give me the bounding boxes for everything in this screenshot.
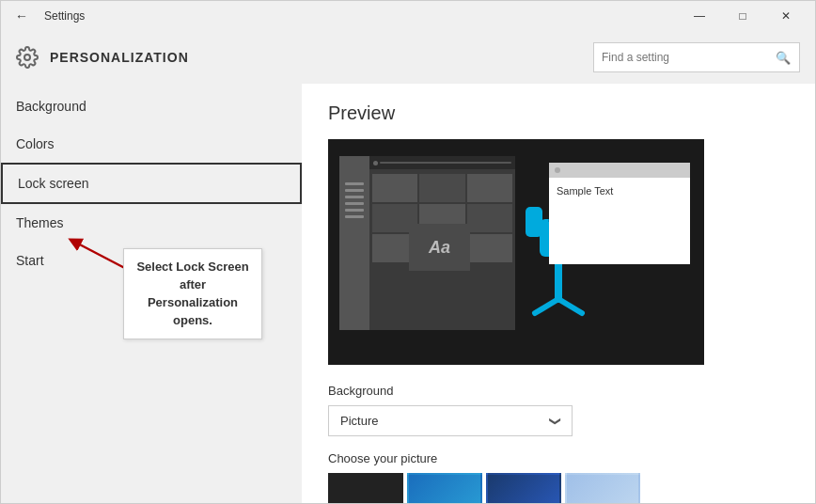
preview-white-box: Sample Text	[549, 163, 690, 264]
chevron-down-icon: ❯	[549, 417, 562, 426]
svg-line-9	[535, 299, 558, 313]
preview-dot	[373, 161, 378, 165]
search-input[interactable]	[602, 51, 776, 64]
preview-sidebar-strip	[339, 156, 369, 330]
maximize-button[interactable]: □	[721, 1, 764, 31]
settings-window: ← Settings — □ ✕ PERSONALIZATION 🔍 B	[0, 0, 816, 504]
grid-tile	[372, 174, 417, 202]
svg-line-10	[558, 299, 582, 313]
back-button[interactable]: ←	[8, 3, 35, 29]
sidebar-line	[345, 215, 364, 218]
sidebar-line	[345, 182, 364, 185]
content-area: Preview	[302, 84, 815, 503]
window-title: Settings	[44, 9, 85, 23]
preview-sample-text: Sample Text	[549, 178, 690, 204]
sidebar-item-colors[interactable]: Colors	[1, 125, 302, 163]
sidebar-item-lock-screen[interactable]: Lock screen	[1, 163, 302, 204]
preview-box: Aa	[328, 139, 704, 365]
annotation-text: Select Lock Screen after Personalization…	[136, 260, 248, 327]
header-left: PERSONALIZATION	[16, 46, 189, 69]
grid-tile	[467, 174, 512, 202]
choose-picture-label: Choose your picture	[328, 451, 789, 465]
minimize-button[interactable]: —	[678, 1, 721, 31]
sidebar-item-themes[interactable]: Themes	[1, 204, 302, 242]
picture-thumb-2[interactable]	[407, 473, 482, 503]
picture-thumb-3[interactable]	[486, 473, 561, 503]
annotation-box: Select Lock Screen after Personalization…	[123, 248, 262, 339]
grid-tile	[467, 204, 512, 232]
sidebar-line	[345, 189, 364, 192]
header: PERSONALIZATION 🔍	[1, 31, 815, 84]
sidebar-line	[345, 209, 364, 212]
sidebar: Background Colors Lock screen Themes Sta…	[1, 84, 302, 503]
content-title: Preview	[328, 102, 789, 124]
preview-white-titlebar	[549, 163, 690, 178]
page-heading: PERSONALIZATION	[50, 50, 189, 65]
dropdown-value: Picture	[340, 414, 378, 428]
preview-main: Aa	[369, 156, 515, 330]
main-area: Background Colors Lock screen Themes Sta…	[1, 84, 815, 503]
preview-topbar	[369, 156, 515, 169]
sidebar-item-background[interactable]: Background	[1, 87, 302, 125]
search-box[interactable]: 🔍	[593, 42, 800, 72]
title-bar-left: ← Settings	[8, 3, 85, 29]
aa-text: Aa	[429, 238, 450, 258]
sidebar-line	[345, 196, 364, 198]
window-controls: — □ ✕	[678, 1, 808, 31]
svg-point-0	[24, 55, 30, 60]
background-dropdown[interactable]: Picture ❯	[328, 405, 573, 436]
picture-thumb-4[interactable]	[565, 473, 640, 503]
background-section-label: Background	[328, 384, 789, 398]
grid-tile	[419, 174, 464, 202]
title-bar: ← Settings — □ ✕	[1, 1, 815, 31]
grid-tile	[467, 234, 512, 262]
search-icon: 🔍	[776, 51, 791, 65]
sidebar-line	[345, 202, 364, 205]
svg-rect-5	[526, 207, 542, 237]
preview-title-bar	[380, 162, 511, 164]
close-button[interactable]: ✕	[764, 1, 808, 31]
gear-icon	[16, 46, 39, 69]
picture-thumbnails	[328, 473, 789, 503]
preview-close-dot	[555, 167, 560, 173]
picture-thumb-1[interactable]	[328, 473, 403, 503]
preview-aa-box: Aa	[409, 224, 470, 271]
